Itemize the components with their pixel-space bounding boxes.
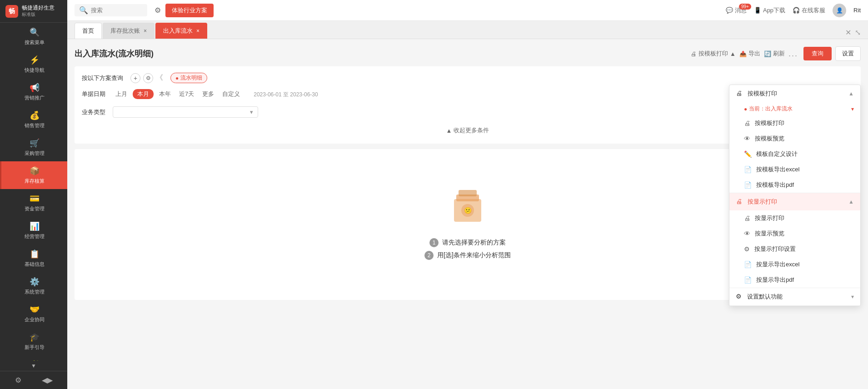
tab-close-all-icon[interactable]: ✕ [845, 28, 851, 37]
sidebar-footer: ⚙ ◀▶ [0, 371, 67, 389]
display-settings-sub-icon: ⚙ [744, 245, 750, 253]
dropdown-display-preview-item[interactable]: 👁 按显示预览 [729, 226, 860, 241]
business-type-select[interactable]: ▾ [113, 106, 258, 118]
display-excel-sub-icon: 📄 [744, 261, 752, 268]
tab-batch-account-label: 库存批次账 [110, 27, 140, 35]
sidebar-scroll-down[interactable]: ▼ [0, 361, 67, 371]
date-filter: 上月 本月 本年 近7天 更多 自定义 [113, 89, 243, 99]
current-chevron-down: ▾ [851, 106, 854, 112]
sidebar-item-finance[interactable]: 💳 资金管理 [0, 189, 67, 217]
dropdown-display-export-excel-item[interactable]: 📄 按显示导出excel [729, 257, 860, 272]
display-print-icon: 🖨 [736, 198, 742, 205]
sidebar-settings-icon[interactable]: ⚙ [15, 376, 21, 384]
tab-inventory-flow[interactable]: 出入库流水 × [155, 23, 207, 39]
filter-tag-icon: ● [175, 75, 179, 81]
money-icon: 💰 [30, 110, 40, 120]
dropdown-template-print-header[interactable]: 🖨 按模板打印 ▲ [729, 85, 860, 102]
preview-sub-icon: 👁 [744, 135, 750, 142]
dropdown-template-export-pdf-item[interactable]: 📄 按模板导出pdf [729, 177, 860, 193]
sidebar-logo: 畅 畅捷通好生意 标准版 [0, 0, 67, 23]
topbar-gear-icon[interactable]: ⚙ [155, 6, 161, 15]
tab-batch-account[interactable]: 库存批次账 × [103, 23, 155, 39]
username[interactable]: Rit [853, 7, 861, 14]
sidebar-item-search[interactable]: 🔍 搜索菜单 [0, 23, 67, 50]
query-button[interactable]: 查询 [803, 47, 832, 60]
print-sub-icon: 🖨 [744, 120, 750, 127]
sidebar-item-marketing[interactable]: 📢 营销推广 [0, 78, 67, 106]
sidebar-item-sales[interactable]: 💰 销售管理 [0, 106, 67, 134]
dropdown-default-settings-header[interactable]: ⚙ 设置默认功能 ▾ [729, 288, 860, 305]
tab-inventory-flow-label: 出入库流水 [163, 27, 193, 35]
date-last-month[interactable]: 上月 [113, 89, 130, 99]
search-input[interactable] [91, 7, 136, 14]
display-preview-sub-icon: 👁 [744, 230, 750, 237]
sidebar-item-operations[interactable]: 📊 经营管理 [0, 217, 67, 244]
more-actions-button[interactable]: ... [788, 49, 798, 59]
refresh-button[interactable]: 🔄 刷新 [764, 50, 785, 58]
active-filter-tag[interactable]: ● 流水明细 [170, 73, 207, 83]
sidebar: 畅 畅捷通好生意 标准版 🔍 搜索菜单 ⚡ 快捷导航 📢 营销推广 💰 销售管理… [0, 0, 67, 389]
date-last-7-days[interactable]: 近7天 [176, 89, 197, 99]
sidebar-item-app-center[interactable]: 🧩 应用中心 [0, 355, 67, 361]
dropdown-display-print-header[interactable]: 🖨 按显示打印 ▲ [729, 193, 860, 210]
avatar[interactable]: 👤 [833, 4, 846, 17]
business-type-chevron: ▾ [250, 109, 253, 115]
online-service-button[interactable]: 🎧 在线客服 [793, 6, 825, 15]
filter-section-label: 按以下方案查询 [82, 74, 123, 82]
clipboard-icon: 📋 [30, 249, 40, 259]
settings-button[interactable]: 设置 [835, 46, 861, 61]
sidebar-item-basic-info[interactable]: 📋 基础信息 [0, 244, 67, 272]
app-download-button[interactable]: 📱 App下载 [754, 6, 785, 15]
dropdown-display-print-settings-item[interactable]: ⚙ 按显示打印设置 [729, 241, 860, 257]
filter-setting-button[interactable]: ⚙ [143, 73, 153, 83]
guide-icon: 🎓 [30, 332, 40, 342]
tab-expand-icon[interactable]: ⤡ [855, 28, 861, 37]
filter-collapse-button[interactable]: 《 [156, 73, 163, 83]
display-print-sub-icon: 🖨 [744, 214, 750, 222]
date-custom[interactable]: 自定义 [219, 89, 243, 99]
sidebar-item-purchase[interactable]: 🛒 采购管理 [0, 134, 67, 161]
search-icon: 🔍 [79, 6, 88, 15]
printer-icon: 🖨 [736, 90, 742, 97]
tab-inventory-flow-close[interactable]: × [196, 28, 200, 34]
sidebar-item-guide[interactable]: 🎓 新手引导 [0, 328, 67, 355]
filter-add-button[interactable]: + [130, 73, 140, 83]
dropdown-template-preview-item[interactable]: 👁 按模板预览 [729, 131, 860, 146]
page-content: 出入库流水(流水明细) 🖨 按模板打印 ▲ 📤 导出 🔄 刷新 ... 查询 设… [67, 39, 868, 389]
date-this-month[interactable]: 本月 [133, 89, 154, 99]
dropdown-template-print-section: 🖨 按模板打印 ▲ ● 当前：出入库流水 ▾ 🖨 按模板打印 👁 按模板预览 [729, 85, 860, 193]
dropdown-template-export-excel-item[interactable]: 📄 按模板导出excel [729, 162, 860, 177]
sidebar-item-cooperation[interactable]: 🤝 企业协同 [0, 300, 67, 328]
date-this-year[interactable]: 本年 [156, 89, 174, 99]
logo-text: 畅捷通好生意 标准版 [22, 5, 55, 18]
dropdown-default-settings-section: ⚙ 设置默认功能 ▾ [729, 288, 860, 306]
date-more[interactable]: 更多 [200, 89, 217, 99]
notification-button[interactable]: 💬 消息 99+ [726, 6, 747, 15]
svg-text:😕: 😕 [464, 207, 472, 214]
tab-home-label: 首页 [82, 27, 94, 35]
dropdown-display-print-item[interactable]: 🖨 按显示打印 [729, 210, 860, 226]
handshake-icon: 🤝 [30, 304, 40, 314]
search-box[interactable]: 🔍 [75, 4, 147, 16]
sidebar-item-quick-nav[interactable]: ⚡ 快捷导航 [0, 50, 67, 78]
svg-rect-2 [459, 190, 477, 196]
dropdown-display-export-pdf-item[interactable]: 📄 按显示导出pdf [729, 272, 860, 288]
refresh-icon: 🔄 [764, 50, 771, 57]
print-template-button[interactable]: 🖨 按模板打印 ▲ [691, 50, 736, 58]
industry-solution-button[interactable]: 体验行业方案 [165, 4, 214, 17]
sidebar-collapse-icon[interactable]: ◀▶ [42, 376, 53, 384]
sidebar-item-inventory[interactable]: 📦 库存核算 [0, 161, 67, 189]
current-doc-icon: ● [744, 106, 747, 112]
dropdown-template-custom-item[interactable]: ✏️ 模板自定义设计 [729, 146, 860, 162]
lightning-icon: ⚡ [30, 55, 40, 65]
export-button[interactable]: 📤 导出 [739, 50, 760, 58]
tab-home[interactable]: 首页 [75, 23, 102, 39]
dropdown-template-print-item[interactable]: 🖨 按模板打印 [729, 115, 860, 131]
tab-batch-account-close[interactable]: × [144, 28, 147, 34]
page-title: 出入库流水(流水明细) [75, 48, 154, 59]
sidebar-item-system[interactable]: ⚙️ 系统管理 [0, 272, 67, 300]
topbar: 🔍 ⚙ 体验行业方案 💬 消息 99+ 📱 App下载 🎧 在线客服 👤 Rit [67, 0, 868, 21]
sidebar-nav: 🔍 搜索菜单 ⚡ 快捷导航 📢 营销推广 💰 销售管理 🛒 采购管理 📦 库存核… [0, 23, 67, 361]
step-1-number: 1 [429, 238, 439, 247]
pdf-sub-icon: 📄 [744, 181, 752, 189]
